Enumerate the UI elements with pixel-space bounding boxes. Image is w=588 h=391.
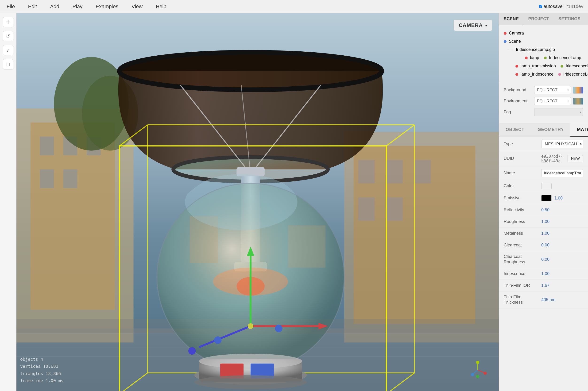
roughness-row: Roughness 1.00 xyxy=(499,216,588,228)
lamp2-dot xyxy=(544,57,547,59)
iridescence-label: Iridescence xyxy=(504,271,541,277)
scale-tool-button[interactable]: ⤢ xyxy=(3,45,13,55)
tree-item-scene[interactable]: Scene xyxy=(499,37,588,46)
environment-thumbnail[interactable] xyxy=(573,98,583,105)
tree-item-iridescence[interactable]: lamp_iridescence IridescenceLamp xyxy=(499,70,588,78)
fog-label: Fog xyxy=(504,110,534,114)
menu-file[interactable]: File xyxy=(5,2,17,10)
move-tool-button[interactable]: ✛ xyxy=(3,17,13,27)
stat-objects: objects 4 xyxy=(20,356,63,363)
camera-tree-label: Camera xyxy=(509,31,524,36)
viewport[interactable]: CAMERA ▾ objects 4 vertices 10,683 trian… xyxy=(16,13,499,391)
object-geometry-material-tabs: OBJECT GEOMETRY MATERIAL xyxy=(499,123,588,137)
uuid-value: e9307bd7-b38f-43c xyxy=(541,154,565,163)
svg-line-67 xyxy=(478,370,484,373)
svg-text:Y: Y xyxy=(477,361,478,364)
environment-label: Environment xyxy=(504,98,534,103)
autosave-checkbox[interactable] xyxy=(539,5,542,8)
scale-icon: ⤢ xyxy=(6,47,10,53)
tree-item-lamp[interactable]: lamp IridescenceLamp xyxy=(499,54,588,62)
clearcoat-label: Clearcoat xyxy=(504,242,541,248)
right-panel: SCENE PROJECT SETTINGS Camera Scene — Ir… xyxy=(499,13,588,391)
stat-triangles: triangles 18,866 xyxy=(20,370,63,377)
main-area: ✛ ↺ ⤢ □ xyxy=(0,13,588,391)
tree-item-camera[interactable]: Camera xyxy=(499,29,588,37)
select-tool-button[interactable]: □ xyxy=(3,59,13,70)
background-select[interactable]: EQUIRECT xyxy=(534,86,571,94)
name-label: Name xyxy=(504,170,541,176)
menu-view[interactable]: View xyxy=(130,2,144,10)
uuid-row: UUID e9307bd7-b38f-43c NEW xyxy=(499,151,588,166)
stats-overlay: objects 4 vertices 10,683 triangles 18,8… xyxy=(20,356,63,385)
tab-material[interactable]: MATERIAL xyxy=(570,123,588,137)
autosave-toggle[interactable]: autosave xyxy=(539,4,563,9)
background-thumbnail[interactable] xyxy=(573,87,583,94)
menu-edit[interactable]: Edit xyxy=(26,2,39,10)
svg-point-54 xyxy=(194,375,307,389)
emissive-swatch[interactable] xyxy=(541,195,552,201)
move-icon: ✛ xyxy=(6,19,10,25)
tab-geometry[interactable]: GEOMETRY xyxy=(531,123,570,137)
reflectivity-value[interactable]: 0.50 xyxy=(541,207,550,212)
roughness-label: Roughness xyxy=(504,219,541,224)
tab-scene[interactable]: SCENE xyxy=(499,13,524,25)
iridescence-value[interactable]: 1.00 xyxy=(541,271,550,276)
new-uuid-button[interactable]: NEW xyxy=(568,155,583,162)
metalness-value[interactable]: 1.00 xyxy=(541,231,550,236)
camera-button[interactable]: CAMERA ▾ xyxy=(454,20,492,31)
menu-add[interactable]: Add xyxy=(48,2,61,10)
trans2-dot xyxy=(561,65,563,68)
environment-select-wrapper: EQUIRECT ▾ xyxy=(534,97,571,105)
tab-project[interactable]: PROJECT xyxy=(524,13,554,25)
emissive-row: Emissive 1.00 xyxy=(499,192,588,204)
lamp-label: lamp xyxy=(530,55,539,60)
rotate-icon: ↺ xyxy=(6,33,10,39)
metalness-label: Metalness xyxy=(504,231,541,236)
fog-select[interactable] xyxy=(534,108,583,116)
emissive-value-row: 1.00 xyxy=(541,195,563,201)
type-row: Type MESHPHYSICALMATE ▾ xyxy=(499,137,588,151)
svg-rect-12 xyxy=(414,160,431,184)
left-toolbar: ✛ ↺ ⤢ □ xyxy=(0,13,16,391)
trans-label: lamp_transmission xyxy=(521,64,556,69)
stat-vertices: vertices 10,683 xyxy=(20,363,63,370)
irid-dot xyxy=(515,73,518,76)
tab-object[interactable]: OBJECT xyxy=(499,123,531,137)
type-select-wrapper: MESHPHYSICALMATE ▾ xyxy=(541,140,583,148)
uuid-label: UUID xyxy=(504,156,541,161)
menu-play[interactable]: Play xyxy=(71,2,85,10)
clearcoat-value[interactable]: 0.00 xyxy=(541,243,550,248)
environment-row: Environment EQUIRECT ▾ xyxy=(504,97,583,105)
svg-rect-11 xyxy=(386,160,403,184)
type-select[interactable]: MESHPHYSICALMATE xyxy=(541,140,583,148)
svg-text:X: X xyxy=(484,372,486,375)
camera-dot xyxy=(504,32,506,35)
color-swatch[interactable] xyxy=(541,183,552,189)
thin-film-thickness-value[interactable]: 405 nm xyxy=(541,297,555,302)
stat-frametime: frametime 1.00 ms xyxy=(20,377,63,385)
roughness-value[interactable]: 1.00 xyxy=(541,219,550,224)
menu-examples[interactable]: Examples xyxy=(94,2,120,10)
type-label: Type xyxy=(504,141,541,147)
thin-film-ior-value[interactable]: 1.67 xyxy=(541,283,550,288)
menu-help[interactable]: Help xyxy=(154,2,168,10)
svg-rect-7 xyxy=(63,169,77,188)
tab-settings[interactable]: SETTINGS xyxy=(554,13,585,25)
clearcoat-roughness-value[interactable]: 0.00 xyxy=(541,257,550,262)
name-input[interactable] xyxy=(541,169,583,177)
tree-item-glb[interactable]: — IridescenceLamp.glb xyxy=(499,46,588,54)
environment-select[interactable]: EQUIRECT xyxy=(534,97,571,105)
thin-film-thickness-row: Thin-FilmThickness 405 nm xyxy=(499,292,588,308)
metalness-row: Metalness 1.00 xyxy=(499,228,588,239)
emissive-number[interactable]: 1.00 xyxy=(554,196,563,201)
clearcoat-roughness-label: ClearcoatRoughness xyxy=(504,254,541,265)
scene-tree-label: Scene xyxy=(509,39,521,44)
glb-tree-label: IridescenceLamp.glb xyxy=(516,47,555,52)
svg-point-61 xyxy=(248,323,253,329)
rotate-tool-button[interactable]: ↺ xyxy=(3,31,13,41)
svg-rect-37 xyxy=(288,225,326,268)
svg-rect-6 xyxy=(40,169,54,188)
tree-item-transmission[interactable]: lamp_transmission IridescenceLam xyxy=(499,62,588,70)
environment-section: Background EQUIRECT ▾ Environment EQUIRE… xyxy=(499,82,588,123)
trans-dot xyxy=(515,65,518,68)
